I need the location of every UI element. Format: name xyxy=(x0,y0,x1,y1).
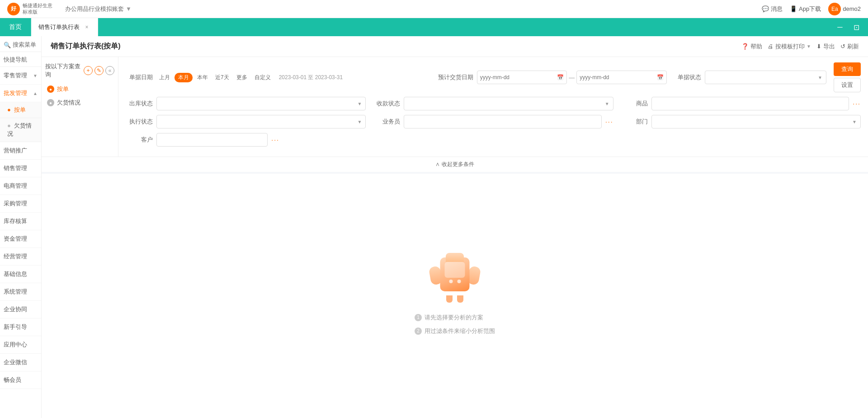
calendar-icon-start[interactable]: 📅 xyxy=(557,74,564,81)
refresh-button[interactable]: ↺ 刷新 xyxy=(840,43,859,51)
head xyxy=(446,253,464,262)
content-area: 销售订单执行表(按单) ❓ 帮助 🖨 按模板打印 ▼ ⬇ 导出 ↺ 刷新 xyxy=(42,36,868,418)
sidebar-item-system[interactable]: 系统管理 xyxy=(0,283,41,301)
doc-status-label: 单据状态 xyxy=(674,73,701,81)
customer-dots-button[interactable]: ··· xyxy=(271,136,279,143)
sidebar-item-finance[interactable]: 资金管理 xyxy=(0,230,41,248)
tab-bar-actions: ─ ⊡ xyxy=(834,21,868,33)
sidebar-sub-item-shortage[interactable]: ● 欠货情况 xyxy=(0,118,41,142)
sidebar-item-onboarding[interactable]: 新手引导 xyxy=(0,318,41,336)
salesman-label: 业务员 xyxy=(373,118,400,126)
chevron-up-icon: ▲ xyxy=(33,91,38,96)
sidebar-quick-nav-button[interactable]: 快捷导航 xyxy=(0,52,41,67)
sidebar-item-collab[interactable]: 企业协同 xyxy=(0,301,41,318)
app-download-button[interactable]: 📱 App下载 xyxy=(790,5,821,13)
exec-status-label: 执行状态 xyxy=(126,118,153,126)
sidebar-item-appcenter[interactable]: 应用中心 xyxy=(0,336,41,354)
date-tab-this-month[interactable]: 本月 xyxy=(175,73,193,82)
salesman-input[interactable] xyxy=(404,115,602,128)
logo-text: 畅捷通好生意 标准版 xyxy=(23,3,52,14)
calendar-icon-end[interactable]: 📅 xyxy=(657,74,664,81)
filter-row-1: 单据日期 上月 本月 本年 近7天 更多 自定义 2023-03-01 至 20… xyxy=(126,62,861,92)
expected-date-start[interactable] xyxy=(480,74,557,81)
breadcrumb-dropdown-icon[interactable]: ▼ xyxy=(126,5,132,12)
expected-date-end[interactable] xyxy=(580,74,657,81)
collapse-more-button[interactable]: ∧ 收起更多条件 xyxy=(42,157,868,172)
logo-area: 好 畅捷通好生意 标准版 xyxy=(7,3,52,15)
main-layout: 🔍 搜索菜单 快捷导航 零售管理 ▼ 批发管理 ▲ ● 按单 ● 欠货情况 营销… xyxy=(0,36,868,418)
filter-field-dept: 部门 ▼ xyxy=(621,115,861,128)
action-buttons: 查询 设置 xyxy=(834,62,861,92)
settings-button[interactable]: 设置 xyxy=(834,78,861,92)
query-button[interactable]: 查询 xyxy=(834,62,861,76)
sidebar-sub-item-order[interactable]: ● 按单 xyxy=(0,102,41,118)
date-tab-last-month[interactable]: 上月 xyxy=(156,73,173,82)
filter-row-2: 出库状态 ▼ 收款状态 ▼ 商品 xyxy=(126,97,861,110)
delivery-status-select[interactable]: ▼ xyxy=(156,97,366,110)
scheme-panel: 按以下方案查询 + ✎ « ● 按单 ● 欠货情况 xyxy=(42,57,118,157)
receipt-status-select[interactable]: ▼ xyxy=(404,97,613,110)
salesman-dots-button[interactable]: ··· xyxy=(605,118,613,125)
sidebar-item-purchase[interactable]: 采购管理 xyxy=(0,195,41,213)
export-button[interactable]: ⬇ 导出 xyxy=(816,43,835,51)
user-menu-button[interactable]: Ea demo2 xyxy=(828,3,861,15)
date-range-display: 2023-03-01 至 2023-03-31 xyxy=(279,74,343,81)
message-button[interactable]: 💬 消息 xyxy=(762,5,783,13)
page-header-actions: ❓ 帮助 🖨 按模板打印 ▼ ⬇ 导出 ↺ 刷新 xyxy=(741,43,859,56)
sidebar-item-operations[interactable]: 经营管理 xyxy=(0,248,41,266)
sidebar-item-sales[interactable]: 销售管理 xyxy=(0,160,41,177)
expected-date-end-wrap: 📅 xyxy=(576,71,667,84)
sidebar-item-wechat[interactable]: 企业微信 xyxy=(0,354,41,371)
eye-left xyxy=(449,280,453,283)
scheme-actions: + ✎ « xyxy=(84,66,114,75)
filter-field-salesman: 业务员 ··· xyxy=(373,115,613,128)
chevron-down-icon: ▼ xyxy=(807,44,811,49)
date-tab-more[interactable]: 更多 xyxy=(234,73,250,82)
tab-minimize-button[interactable]: ─ xyxy=(834,21,846,33)
filter-row-4: 客户 ··· xyxy=(126,133,861,147)
scheme-collapse-button[interactable]: « xyxy=(105,66,114,75)
doc-status-select[interactable]: ▼ xyxy=(705,71,826,84)
chevron-down-icon: ▼ xyxy=(357,101,362,106)
tab-close-icon[interactable]: × xyxy=(83,24,90,31)
sidebar-item-basic-info[interactable]: 基础信息 xyxy=(0,266,41,283)
filter-field-receipt-status: 收款状态 ▼ xyxy=(373,97,613,110)
dept-label: 部门 xyxy=(621,118,648,126)
hint-num-1: 1 xyxy=(415,314,422,321)
template-print-button[interactable]: 🖨 按模板打印 ▼ xyxy=(768,43,811,51)
sidebar-item-inventory[interactable]: 库存核算 xyxy=(0,213,41,230)
date-tab-this-year[interactable]: 本年 xyxy=(194,73,211,82)
empty-hint-1: 1 请先选择要分析的方案 xyxy=(415,312,495,323)
leg-right xyxy=(457,295,463,303)
tab-sales-order[interactable]: 销售订单执行表 × xyxy=(31,18,98,36)
scheme-add-button[interactable]: + xyxy=(84,66,93,75)
date-tab-7days[interactable]: 近7天 xyxy=(212,73,232,82)
dept-select[interactable]: ▼ xyxy=(651,115,861,128)
date-range-input: 📅 — 📅 xyxy=(477,71,667,84)
sidebar-item-retail[interactable]: 零售管理 ▼ xyxy=(0,67,41,85)
date-tab-custom[interactable]: 自定义 xyxy=(252,73,274,82)
eyes xyxy=(440,280,470,283)
product-dots-button[interactable]: ··· xyxy=(853,100,861,107)
help-button[interactable]: ❓ 帮助 xyxy=(741,43,762,51)
scheme-item-order[interactable]: ● 按单 xyxy=(45,82,114,96)
tab-home[interactable]: 首页 xyxy=(0,18,31,36)
chevron-down-icon: ▼ xyxy=(852,119,857,124)
customer-input[interactable] xyxy=(156,133,268,147)
scheme-edit-button[interactable]: ✎ xyxy=(94,66,104,75)
filter-row-3: 执行状态 ▼ 业务员 ··· 部门 xyxy=(126,115,861,128)
sidebar-item-marketing[interactable]: 营销推广 xyxy=(0,142,41,160)
sidebar-search-button[interactable]: 🔍 搜索菜单 xyxy=(0,36,41,52)
sidebar-item-vip[interactable]: 畅会员 xyxy=(0,371,41,389)
export-icon: ⬇ xyxy=(816,43,821,50)
exec-status-select[interactable]: ▼ xyxy=(156,115,366,128)
tab-bar: 首页 销售订单执行表 × ─ ⊡ xyxy=(0,18,868,36)
expected-date-label: 预计交货日期 xyxy=(438,73,473,81)
product-label: 商品 xyxy=(621,100,648,108)
product-input[interactable] xyxy=(651,97,849,110)
sidebar-item-wholesale[interactable]: 批发管理 ▲ xyxy=(0,85,41,102)
empty-text: 1 请先选择要分析的方案 2 用过滤条件来缩小分析范围 xyxy=(415,312,495,339)
scheme-item-shortage[interactable]: ● 欠货情况 xyxy=(45,96,114,109)
tab-maximize-button[interactable]: ⊡ xyxy=(850,21,863,33)
sidebar-item-ecommerce[interactable]: 电商管理 xyxy=(0,177,41,195)
